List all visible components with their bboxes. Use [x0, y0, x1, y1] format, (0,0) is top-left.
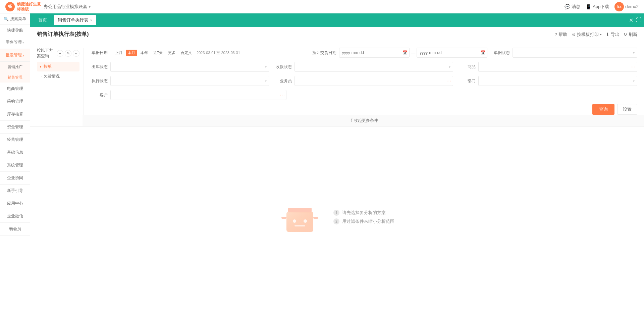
- sidebar-item-member[interactable]: 畅会员: [0, 223, 30, 236]
- svg-rect-5: [281, 217, 286, 219]
- main-layout: 🔍 搜索菜单 快捷导航 零售管理 ▾ 批发管理 ▴ 营销推广 销售管理 电商管理…: [0, 13, 644, 310]
- page-title: 销售订单执行表(按单): [37, 31, 89, 38]
- scheme-item-shortage[interactable]: ○ 欠货情况: [37, 71, 79, 81]
- filter-action-buttons: 查询 设置: [89, 104, 637, 115]
- top-bar-right: 💬 消息 📱 App下载 Ea demo2: [565, 2, 639, 11]
- salesperson-control: ···: [294, 76, 453, 86]
- salesperson-label: 业务员: [273, 78, 292, 84]
- goods-label: 商品: [457, 64, 476, 70]
- sidebar-item-marketing[interactable]: 营销推广: [0, 62, 30, 72]
- svg-rect-6: [313, 217, 318, 219]
- date-tab-this-month[interactable]: 本月: [126, 50, 137, 56]
- customer-more-icon[interactable]: ···: [280, 93, 285, 97]
- date-tab-last-month[interactable]: 上月: [113, 50, 124, 56]
- sidebar-item-retail[interactable]: 零售管理 ▾: [0, 36, 30, 49]
- svg-rect-0: [286, 212, 313, 232]
- sidebar-sub-marketing: 营销推广 销售管理: [0, 62, 30, 83]
- collect-status-select[interactable]: [294, 62, 453, 72]
- filter-row-3: 执行状态 ▾ 业务员 ··: [89, 76, 637, 86]
- sidebar-item-wholesale[interactable]: 批发管理 ▴: [0, 49, 30, 62]
- user-menu[interactable]: Ea demo2: [614, 2, 639, 11]
- expected-date-to-input[interactable]: [417, 48, 487, 58]
- help-button[interactable]: ? 帮助: [555, 32, 567, 38]
- window-expand-button[interactable]: ⛶: [636, 17, 641, 23]
- sidebar-item-wechat[interactable]: 企业微信: [0, 210, 30, 223]
- page-header-actions: ? 帮助 🖨 按模板打印 ▾ ⬇ 导出 ↻ 刷新: [555, 32, 637, 38]
- goods-more-icon[interactable]: ···: [631, 64, 636, 69]
- svg-point-2: [293, 219, 296, 223]
- svg-rect-1: [288, 208, 312, 212]
- sidebar-item-ecommerce[interactable]: 电商管理: [0, 83, 30, 95]
- sidebar-item-purchase[interactable]: 采购管理: [0, 95, 30, 108]
- filter-sidebar: 按以下方案查询 + ✎ « ● 按单 ○ 欠货情况: [37, 48, 84, 121]
- sidebar-item-system[interactable]: 系统管理: [0, 159, 30, 172]
- content-area: 首页 销售订单执行表 × ✕ ⛶ 销售订单执行表(按单) ? 帮助 🖨 按模板打…: [30, 13, 644, 310]
- app-download-button[interactable]: 📱 App下载: [586, 4, 609, 10]
- date-tab-this-year[interactable]: 本年: [139, 50, 150, 56]
- filter-group-expected-date: 预计交货日期 📅 — 📅: [312, 48, 487, 58]
- date-label: 单据日期: [89, 50, 108, 56]
- sidebar-item-quick-nav[interactable]: 快捷导航: [0, 25, 30, 36]
- chevron-down-icon: ▾: [22, 41, 24, 44]
- filter-group-date: 单据日期 上月 本月 本年 近7天 更多 自定义 20: [89, 50, 308, 56]
- dept-label: 部门: [457, 78, 476, 84]
- scheme-item-order[interactable]: ● 按单: [37, 62, 79, 71]
- filter-content: 单据日期 上月 本月 本年 近7天 更多 自定义 20: [89, 48, 637, 121]
- refresh-button[interactable]: ↻ 刷新: [624, 32, 637, 38]
- filter-group-customer: 客户 ···: [89, 90, 286, 100]
- salesperson-input[interactable]: [294, 76, 453, 86]
- export-button[interactable]: ⬇ 导出: [606, 32, 620, 38]
- sidebar-item-operation[interactable]: 经营管理: [0, 134, 30, 146]
- customer-input[interactable]: [110, 90, 286, 100]
- window-close-button[interactable]: ✕: [629, 17, 633, 23]
- empty-num-2: 2: [333, 218, 339, 224]
- collapse-scheme-button[interactable]: «: [73, 50, 79, 57]
- download-icon: 📱: [586, 4, 591, 9]
- date-tab-7days[interactable]: 近7天: [151, 50, 165, 56]
- expected-date-label: 预计交货日期: [312, 50, 336, 56]
- goods-input[interactable]: [478, 62, 637, 72]
- sidebar-item-guide[interactable]: 新手引导: [0, 185, 30, 197]
- collapse-bar[interactable]: 《 收起更多条件: [83, 115, 644, 126]
- date-tab-more[interactable]: 更多: [166, 50, 177, 56]
- print-button[interactable]: 🖨 按模板打印 ▾: [571, 32, 602, 38]
- dept-select[interactable]: [478, 76, 637, 86]
- filter-panel: 按以下方案查询 + ✎ « ● 按单 ○ 欠货情况: [30, 42, 644, 126]
- empty-illustration: [280, 202, 320, 235]
- filter-group-goods: 商品 ···: [457, 62, 637, 72]
- doc-status-label: 单据状态: [491, 50, 510, 56]
- sidebar-item-basic-info[interactable]: 基础信息: [0, 146, 30, 159]
- collapse-button[interactable]: 《 收起更多条件: [85, 118, 641, 123]
- salesperson-more-icon[interactable]: ···: [446, 79, 452, 83]
- date-tab-custom[interactable]: 自定义: [179, 50, 194, 56]
- sidebar-item-finance[interactable]: 资金管理: [0, 121, 30, 134]
- expected-date-from-input[interactable]: [339, 48, 410, 58]
- edit-scheme-button[interactable]: ✎: [65, 50, 71, 57]
- filter-group-doc-status: 单据状态 ▾: [491, 48, 637, 58]
- tab-close-icon[interactable]: ×: [90, 18, 92, 22]
- add-scheme-button[interactable]: +: [57, 50, 63, 57]
- tab-home[interactable]: 首页: [33, 15, 52, 25]
- avatar: Ea: [614, 2, 624, 11]
- tab-sales-order[interactable]: 销售订单执行表 ×: [54, 15, 96, 25]
- sidebar-item-enterprise[interactable]: 企业协同: [0, 172, 30, 185]
- collect-status-control: ▾: [294, 62, 453, 72]
- out-status-label: 出库状态: [89, 64, 108, 70]
- sidebar-item-app-center[interactable]: 应用中心: [0, 197, 30, 210]
- breadcrumb: 办公用品行业模拟账套 ▾: [44, 4, 91, 10]
- query-button[interactable]: 查询: [592, 104, 614, 115]
- sidebar-item-search[interactable]: 🔍 搜索菜单: [0, 13, 30, 25]
- sidebar-item-inventory[interactable]: 库存核算: [0, 108, 30, 121]
- doc-status-select[interactable]: [513, 48, 637, 58]
- exec-status-select[interactable]: [110, 76, 269, 86]
- breadcrumb-arrow-icon[interactable]: ▾: [89, 4, 91, 9]
- settings-button[interactable]: 设置: [617, 104, 637, 115]
- empty-state: 1 请先选择要分析的方案 2 用过滤条件来缩小分析范围: [30, 126, 644, 310]
- sidebar-item-sales[interactable]: 销售管理: [0, 72, 30, 83]
- collect-status-label: 收款状态: [273, 64, 292, 70]
- out-status-select[interactable]: [110, 62, 269, 72]
- top-bar-left: 畅 畅捷通好生意 标准版 办公用品行业模拟账套 ▾: [5, 2, 91, 11]
- expected-date-from-wrap: 📅: [339, 48, 410, 58]
- filter-layout: 按以下方案查询 + ✎ « ● 按单 ○ 欠货情况: [37, 48, 637, 121]
- message-button[interactable]: 💬 消息: [565, 4, 580, 10]
